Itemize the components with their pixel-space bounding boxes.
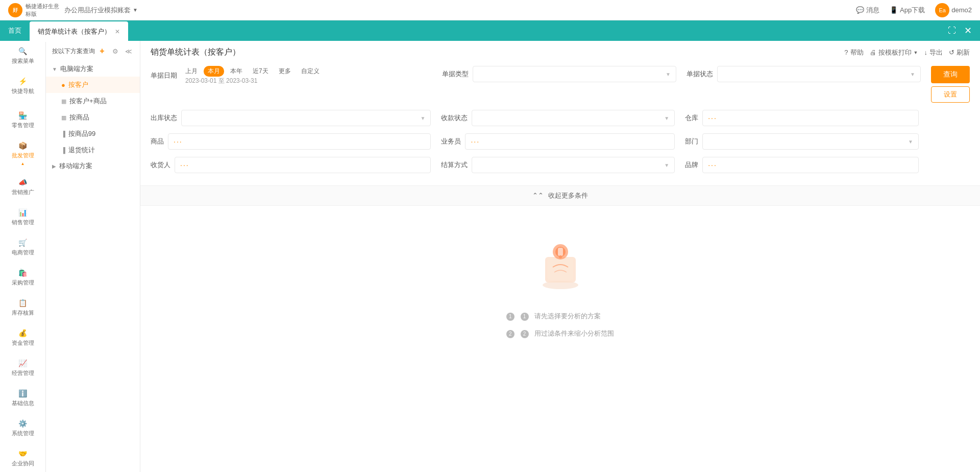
- date-tab-last-month[interactable]: 上月: [181, 66, 202, 77]
- settings-button[interactable]: 设置: [931, 86, 970, 103]
- order-status-select[interactable]: ▼: [717, 66, 921, 82]
- scheme-item-by-customer[interactable]: ● 按客户: [46, 77, 140, 93]
- sidebar-item-ecommerce[interactable]: 🛒 电商管理: [0, 232, 45, 263]
- payment-arrow-icon: ▼: [664, 115, 669, 121]
- brand-dots: ···: [708, 161, 717, 169]
- sidebar-item-basic-info[interactable]: ℹ️ 基础信息: [0, 383, 45, 413]
- top-bar-right: 💬 消息 📱 App下载 Ea demo2: [856, 3, 972, 17]
- search-icon: 🔍: [18, 47, 27, 55]
- logo-icon: 好: [8, 3, 22, 17]
- goods-select[interactable]: ···: [168, 133, 431, 150]
- export-icon: ↓: [924, 49, 928, 56]
- refresh-icon: ↺: [949, 49, 954, 56]
- sales-icon: 📊: [18, 208, 27, 217]
- sidebar-item-operation[interactable]: 📈 经营管理: [0, 353, 45, 383]
- order-type-select[interactable]: ▼: [473, 66, 676, 82]
- top-bar-left: 好 畅捷通好生意 标版 办公用品行业模拟账套 ▼: [8, 3, 138, 17]
- collapse-bar[interactable]: ⌃⌃ 收起更多条件: [140, 185, 980, 206]
- page-actions: ? 帮助 🖨 按模板打印 ▼ ↓ 导出 ↺ 刷新: [844, 48, 970, 57]
- order-type-label: 单据类型: [442, 69, 469, 79]
- refresh-button[interactable]: ↺ 刷新: [949, 48, 970, 57]
- tab-home[interactable]: 首页: [0, 20, 30, 41]
- settlement-arrow-icon: ▼: [664, 162, 669, 168]
- avatar: Ea: [935, 3, 949, 17]
- scheme-group-pc-title[interactable]: ▼ 电脑端方案: [46, 61, 140, 77]
- user-profile[interactable]: Ea demo2: [935, 3, 972, 17]
- date-tab-more[interactable]: 更多: [275, 66, 295, 77]
- date-tab-this-month[interactable]: 本月: [204, 66, 224, 77]
- brand-label: 品牌: [685, 160, 698, 170]
- scheme-group-mobile: ▶ 移动端方案: [46, 158, 140, 174]
- date-tab-custom[interactable]: 自定义: [297, 66, 324, 77]
- collapse-up-icon: ⌃⌃: [532, 192, 544, 199]
- sidebar-item-purchase[interactable]: 🛍️ 采购管理: [0, 263, 45, 293]
- sidebar-item-search[interactable]: 🔍 搜索菜单: [0, 41, 45, 71]
- scheme-group-mobile-title[interactable]: ▶ 移动端方案: [46, 158, 140, 174]
- cooperation-icon: 🤝: [18, 450, 27, 458]
- tab-close-icon[interactable]: ✕: [115, 28, 120, 35]
- filter-section: 单据日期 上月 本月 本年 近7天 更多 自定义 2023-03-01 至 20…: [140, 61, 980, 185]
- scheme-panel-header: 按以下方案查询 + ⚙ ≪: [46, 41, 140, 61]
- mobile-group-arrow-icon: ▶: [52, 163, 56, 169]
- add-scheme-button[interactable]: +: [97, 46, 107, 56]
- svg-rect-2: [548, 259, 573, 280]
- sidebar-item-system[interactable]: ⚙️ 系统管理: [0, 413, 45, 443]
- sidebar-item-inventory[interactable]: 📋 库存核算: [0, 293, 45, 323]
- system-icon: ⚙️: [18, 419, 27, 428]
- pc-group-arrow-icon: ▼: [52, 66, 57, 72]
- scheme-item-by-customer-goods[interactable]: ▦ 按客户+商品: [46, 93, 140, 109]
- scheme-item-by-goods99[interactable]: ▐ 按商品99: [46, 126, 140, 142]
- empty-state: 1 请先选择要分析的方案 2 用过滤条件来缩小分析范围: [140, 206, 980, 371]
- sidebar-item-nav[interactable]: ⚡ 快捷导航: [0, 71, 45, 101]
- tab-bar: 首页 销货单统计表（按客户） ✕ ⛶ ✕: [0, 20, 980, 41]
- retail-icon: 🏪: [18, 111, 27, 120]
- sidebar-item-wholesale[interactable]: 📦 批发管理 ▲: [0, 135, 45, 172]
- template-print-button[interactable]: 🖨 按模板打印 ▼: [870, 48, 918, 57]
- sidebar-item-retail[interactable]: 🏪 零售管理: [0, 105, 45, 135]
- maximize-icon[interactable]: ⛶: [948, 26, 956, 35]
- bar-icon-2: ▐: [61, 147, 65, 153]
- salesperson-dots: ···: [471, 137, 480, 146]
- logo-text: 畅捷通好生意 标版: [26, 3, 59, 17]
- sidebar-item-sales[interactable]: 📊 销售管理: [0, 202, 45, 232]
- warehouse-label: 仓库: [685, 113, 698, 123]
- tab-sales-stats[interactable]: 销货单统计表（按客户） ✕: [30, 21, 128, 42]
- settings-scheme-button[interactable]: ⚙: [110, 46, 120, 56]
- sidebar-item-cooperation[interactable]: 🤝 企业协同: [0, 443, 45, 472]
- outbound-status-select[interactable]: ▼: [181, 110, 431, 126]
- scheme-group-pc: ▼ 电脑端方案 ● 按客户 ▦ 按客户+商品 ▦ 按商品 ▐ 按商品99: [46, 61, 140, 158]
- scheme-item-return-stats[interactable]: ▐ 退货统计: [46, 142, 140, 158]
- person-icon: ●: [61, 81, 65, 89]
- sidebar-item-finance[interactable]: 💰 资金管理: [0, 323, 45, 353]
- app-download-button[interactable]: 📱 App下载: [890, 6, 925, 15]
- receiver-select[interactable]: ···: [175, 157, 431, 173]
- grid-icon-1: ▦: [61, 98, 66, 105]
- message-button[interactable]: 💬 消息: [856, 6, 879, 15]
- goods-label: 商品: [151, 137, 164, 146]
- settlement-select[interactable]: ▼: [472, 157, 675, 173]
- date-range: 2023-03-01 至 2023-03-31: [185, 77, 432, 85]
- chevron-down-icon: ▼: [133, 7, 138, 13]
- date-tab-last-7-days[interactable]: 近7天: [249, 66, 273, 77]
- date-label: 单据日期: [151, 71, 177, 80]
- main-layout: 🔍 搜索菜单 ⚡ 快捷导航 🏪 零售管理 📦 批发管理 ▲ 📣 营销推广 📊 销…: [0, 41, 980, 472]
- top-bar: 好 畅捷通好生意 标版 办公用品行业模拟账套 ▼ 💬 消息 📱 App下载 Ea…: [0, 0, 980, 20]
- close-tab-icon[interactable]: ✕: [964, 25, 972, 36]
- export-button[interactable]: ↓ 导出: [924, 48, 943, 57]
- wholesale-icon: 📦: [18, 141, 27, 150]
- collapse-scheme-button[interactable]: ≪: [124, 46, 134, 56]
- outbound-arrow-icon: ▼: [420, 115, 425, 121]
- scheme-item-by-goods[interactable]: ▦ 按商品: [46, 109, 140, 126]
- sidebar-item-marketing[interactable]: 📣 营销推广: [0, 172, 45, 202]
- salesperson-select[interactable]: ···: [465, 133, 675, 150]
- tip-2-circle: 2: [521, 330, 529, 338]
- breadcrumb-select[interactable]: 办公用品行业模拟账套 ▼: [64, 6, 138, 15]
- brand-select[interactable]: ···: [702, 157, 919, 173]
- warehouse-select[interactable]: ···: [702, 110, 919, 126]
- svg-point-6: [559, 255, 562, 258]
- help-button[interactable]: ? 帮助: [844, 48, 863, 57]
- query-button[interactable]: 查询: [931, 66, 970, 83]
- payment-status-select[interactable]: ▼: [472, 110, 675, 126]
- date-tab-this-year[interactable]: 本年: [226, 66, 247, 77]
- department-select[interactable]: ▼: [702, 133, 919, 150]
